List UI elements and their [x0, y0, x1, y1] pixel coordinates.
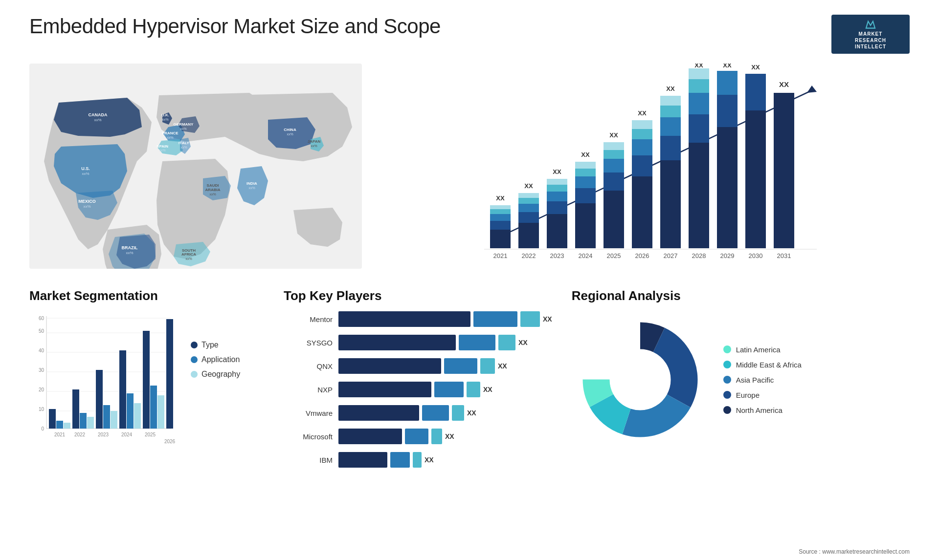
header: Embedded Hypervisor Market Size and Scop… — [29, 15, 910, 54]
player-row-qnx: QNX XX — [284, 358, 552, 374]
svg-text:xx%: xx% — [162, 118, 168, 121]
svg-text:2027: 2027 — [664, 252, 678, 259]
player-bars-nxp: XX — [338, 382, 552, 397]
regional-inner: Latin America Middle East & Africa Asia … — [572, 311, 910, 448]
svg-rect-94 — [717, 95, 738, 127]
legend-item-geography: Geography — [191, 370, 240, 379]
svg-text:xx%: xx% — [209, 193, 216, 196]
svg-text:2023: 2023 — [550, 252, 564, 259]
svg-rect-79 — [660, 160, 681, 248]
svg-text:xx%: xx% — [167, 136, 173, 139]
player-row-sysgo: SYSGO XX — [284, 335, 552, 350]
donut-svg — [572, 311, 709, 448]
player-bar — [434, 382, 464, 397]
svg-text:XX: XX — [666, 85, 675, 92]
segment-svg-wrap: 0 10 20 30 40 50 60 — [29, 311, 176, 448]
svg-text:CHINA: CHINA — [284, 128, 296, 132]
player-name-vmware: Vmware — [284, 409, 333, 417]
player-name-mentor: Mentor — [284, 315, 333, 323]
svg-text:2021: 2021 — [493, 252, 508, 259]
svg-text:xx%: xx% — [311, 144, 317, 148]
svg-marker-36 — [807, 86, 817, 93]
svg-text:XX: XX — [553, 168, 561, 175]
svg-text:FRANCE: FRANCE — [162, 131, 179, 135]
svg-text:INDIA: INDIA — [246, 181, 257, 186]
svg-text:CANADA: CANADA — [89, 112, 108, 117]
svg-rect-58 — [575, 203, 596, 248]
player-bar — [444, 358, 477, 374]
player-bars-qnx: XX — [338, 358, 552, 374]
legend-dot-type — [191, 342, 198, 348]
players-list: Mentor XX SYSGO XX — [284, 311, 552, 468]
player-row-nxp: NXP XX — [284, 382, 552, 397]
svg-text:2022: 2022 — [74, 432, 86, 437]
player-bars-mentor: XX — [338, 311, 552, 327]
regional-dot-europe — [723, 391, 731, 399]
svg-rect-60 — [575, 176, 596, 188]
svg-rect-128 — [96, 370, 103, 429]
bottom-section: Market Segmentation 0 10 20 30 40 50 — [29, 288, 910, 475]
legend-item-latin: Latin America — [723, 345, 802, 354]
svg-rect-74 — [632, 139, 652, 155]
page-title: Embedded Hypervisor Market Size and Scop… — [29, 15, 441, 38]
player-bar — [413, 452, 422, 468]
player-bar — [338, 311, 470, 327]
players-title: Top Key Players — [284, 288, 552, 303]
player-bar — [338, 405, 419, 421]
player-bar — [520, 311, 540, 327]
donut-chart — [572, 311, 709, 448]
svg-rect-54 — [547, 185, 567, 192]
svg-marker-0 — [866, 22, 875, 28]
player-name-qnx: QNX — [284, 362, 333, 370]
segmentation-chart: 0 10 20 30 40 50 60 — [29, 311, 264, 448]
svg-text:2026: 2026 — [635, 252, 649, 259]
player-bar — [431, 429, 442, 444]
player-bar — [338, 335, 456, 350]
svg-text:ITALY: ITALY — [179, 141, 189, 145]
player-name-microsoft: Microsoft — [284, 432, 333, 441]
player-row-mentor: Mentor XX — [284, 311, 552, 327]
player-bar — [405, 429, 428, 444]
player-bar — [452, 405, 464, 421]
svg-text:xx%: xx% — [126, 251, 133, 255]
svg-rect-129 — [103, 405, 110, 429]
player-bars-ibm: XX — [338, 452, 552, 468]
player-name-ibm: IBM — [284, 456, 333, 464]
svg-text:XX: XX — [496, 194, 505, 202]
svg-text:20: 20 — [39, 387, 45, 392]
regional-dot-latin — [723, 345, 731, 353]
svg-rect-138 — [157, 395, 164, 429]
player-row-vmware: Vmware XX — [284, 405, 552, 421]
svg-text:XX: XX — [751, 64, 760, 71]
svg-rect-47 — [518, 198, 539, 204]
svg-text:2024: 2024 — [121, 432, 133, 437]
regional-dot-na — [723, 406, 731, 414]
player-bar — [480, 358, 495, 374]
segmentation-legend: Type Application Geography — [191, 311, 240, 379]
svg-rect-66 — [604, 172, 624, 191]
svg-text:2021: 2021 — [54, 432, 66, 437]
svg-point-147 — [610, 349, 671, 410]
svg-text:XX: XX — [779, 80, 789, 88]
svg-text:XX: XX — [609, 131, 618, 139]
svg-text:2022: 2022 — [522, 252, 536, 259]
svg-rect-132 — [119, 350, 126, 429]
svg-text:AFRICA: AFRICA — [181, 252, 196, 257]
svg-rect-52 — [547, 201, 567, 214]
svg-text:SPAIN: SPAIN — [156, 144, 168, 149]
svg-text:XX: XX — [581, 151, 590, 158]
player-bar — [498, 335, 515, 350]
svg-rect-93 — [717, 127, 738, 248]
svg-text:BRAZIL: BRAZIL — [122, 245, 138, 250]
svg-text:XX: XX — [524, 182, 533, 190]
legend-item-application: Application — [191, 355, 240, 364]
svg-rect-76 — [632, 120, 652, 129]
svg-rect-45 — [518, 212, 539, 223]
svg-text:xx%: xx% — [180, 127, 186, 130]
svg-rect-44 — [518, 223, 539, 248]
svg-rect-82 — [660, 106, 681, 117]
svg-rect-48 — [518, 193, 539, 198]
world-map-svg: CANADA xx% U.S. xx% MEXICO xx% BRAZIL xx… — [29, 64, 362, 269]
svg-rect-98 — [745, 110, 766, 248]
svg-rect-136 — [143, 331, 150, 429]
